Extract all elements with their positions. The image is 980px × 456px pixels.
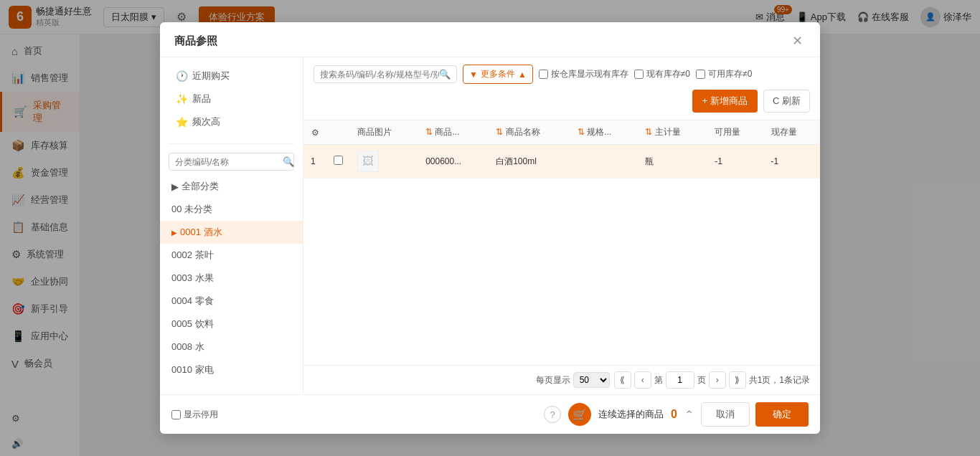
- sort-icon-unit: ⇅: [645, 127, 652, 137]
- last-page-button[interactable]: ⟫: [729, 371, 746, 389]
- td-check[interactable]: [326, 145, 350, 179]
- table-header-row: ⚙ 商品图片 ⇅ 商品... ⇅: [303, 120, 820, 145]
- modal-header: 商品参照 ✕: [160, 22, 820, 57]
- divider: [169, 143, 294, 144]
- category-tea[interactable]: 0002 茶叶: [160, 244, 303, 267]
- help-icon[interactable]: ?: [544, 406, 561, 423]
- category-liquor[interactable]: ▶ 0001 酒水: [160, 221, 303, 244]
- page-size-selector[interactable]: 每页显示 50 20 100: [536, 372, 610, 388]
- warehouse-checkbox[interactable]: [539, 70, 548, 79]
- add-product-button[interactable]: + 新增商品: [692, 90, 758, 113]
- category-all[interactable]: ▶ 全部分类: [160, 175, 303, 198]
- quick-access: 🕐 近期购买 ✨ 新品 ⭐ 频次高: [160, 65, 303, 139]
- quick-frequent[interactable]: ⭐ 频次高: [169, 110, 294, 133]
- checkbox-warehouse[interactable]: 按仓库显示现有库存: [539, 68, 628, 80]
- th-stock: 现存量: [764, 120, 820, 145]
- product-lookup-modal: 商品参照 ✕ 🕐 近期购买 ✨ 新品 ⭐ 频次高: [160, 22, 820, 434]
- modal-body: 🕐 近期购买 ✨ 新品 ⭐ 频次高 🔍: [160, 57, 820, 394]
- active-arrow-icon: ▶: [171, 229, 177, 237]
- category-snack[interactable]: 0004 零食: [160, 290, 303, 313]
- cart-area: ? 🛒 连续选择的商品 0 ⌃: [544, 403, 694, 426]
- modal-footer: 显示停用 ? 🛒 连续选择的商品 0 ⌃ 取消 确定: [160, 394, 820, 434]
- td-available: -1: [707, 145, 763, 179]
- table-row[interactable]: 1 🖼 000600... 白酒100ml: [303, 145, 820, 179]
- th-check: [326, 120, 350, 145]
- td-index: 1: [303, 145, 326, 179]
- total-records: 共1页，1条记录: [749, 374, 810, 386]
- td-unit: 瓶: [638, 145, 707, 179]
- refresh-button[interactable]: C 刷新: [763, 90, 810, 113]
- chevron-up-icon: ▲: [518, 70, 527, 80]
- td-spec: [570, 145, 638, 179]
- show-disabled-checkbox[interactable]: 显示停用: [171, 409, 218, 421]
- cancel-button[interactable]: 取消: [701, 402, 750, 427]
- cart-icon[interactable]: 🛒: [568, 403, 591, 426]
- category-fruit[interactable]: 0003 水果: [160, 267, 303, 290]
- checkbox-current-stock[interactable]: 现有库存≠0: [634, 68, 690, 80]
- page-number-input[interactable]: [666, 371, 694, 389]
- td-image: 🖼: [350, 145, 418, 179]
- quick-recent[interactable]: 🕐 近期购买: [169, 65, 294, 87]
- disabled-checkbox[interactable]: [171, 410, 181, 419]
- footer-actions: 取消 确定: [701, 402, 809, 427]
- category-appliance[interactable]: 0010 家电: [160, 358, 303, 381]
- th-settings[interactable]: ⚙: [303, 120, 326, 145]
- product-search-box[interactable]: 🔍: [314, 65, 457, 83]
- footer-left: 显示停用: [171, 409, 218, 421]
- sort-icon: ⇅: [425, 127, 433, 137]
- product-table: ⚙ 商品图片 ⇅ 商品... ⇅: [303, 120, 820, 179]
- th-spec[interactable]: ⇅ 规格...: [570, 120, 638, 145]
- prev-page-button[interactable]: ‹: [634, 371, 651, 389]
- th-unit[interactable]: ⇅ 主计量: [638, 120, 707, 145]
- category-list: ▶ 全部分类 00 未分类 ▶ 0001 酒水 0002 茶叶 0003 水果: [160, 175, 303, 387]
- td-name: 白酒100ml: [489, 145, 570, 179]
- confirm-button[interactable]: 确定: [755, 402, 809, 427]
- toolbar-right: + 新增商品 C 刷新: [692, 90, 810, 113]
- product-image: 🖼: [357, 151, 379, 172]
- td-code: 000600...: [418, 145, 489, 179]
- th-available: 可用量: [707, 120, 763, 145]
- modal-toolbar: 🔍 ▼ 更多条件 ▲ 按仓库显示现有库存 现有库存≠0: [303, 57, 820, 120]
- modal-left-panel: 🕐 近期购买 ✨ 新品 ⭐ 频次高 🔍: [160, 57, 303, 394]
- th-name[interactable]: ⇅ 商品名称: [489, 120, 570, 145]
- th-image: 商品图片: [350, 120, 418, 145]
- new-icon: ✨: [176, 93, 188, 105]
- category-search-box[interactable]: 🔍: [169, 153, 294, 171]
- th-code[interactable]: ⇅ 商品...: [418, 120, 489, 145]
- modal-close-button[interactable]: ✕: [788, 32, 806, 49]
- search-icon[interactable]: 🔍: [283, 156, 294, 167]
- cart-collapse-icon[interactable]: ⌃: [684, 408, 694, 422]
- product-table-wrapper: ⚙ 商品图片 ⇅ 商品... ⇅: [303, 120, 820, 365]
- modal-right-panel: 🔍 ▼ 更多条件 ▲ 按仓库显示现有库存 现有库存≠0: [303, 57, 820, 394]
- category-water[interactable]: 0008 水: [160, 336, 303, 358]
- checkbox-available-stock[interactable]: 可用库存≠0: [696, 68, 752, 80]
- sort-icon-name: ⇅: [496, 127, 503, 137]
- search-icon[interactable]: 🔍: [439, 69, 451, 80]
- category-search-input[interactable]: [175, 157, 283, 167]
- next-page-button[interactable]: ›: [709, 371, 726, 389]
- first-page-button[interactable]: ⟪: [614, 371, 631, 389]
- page-navigation: ⟪ ‹ 第 页 › ⟫ 共1页，1条记录: [614, 371, 810, 389]
- pagination: 每页显示 50 20 100 ⟪ ‹ 第 页 ›: [303, 365, 820, 394]
- clock-icon: 🕐: [176, 70, 188, 82]
- page-size-select[interactable]: 50 20 100: [573, 372, 610, 388]
- modal-overlay: 商品参照 ✕ 🕐 近期购买 ✨ 新品 ⭐ 频次高: [0, 0, 980, 456]
- filter-button[interactable]: ▼ 更多条件 ▲: [463, 65, 533, 84]
- category-unclassified[interactable]: 00 未分类: [160, 198, 303, 221]
- star-icon: ⭐: [176, 116, 188, 128]
- filter-icon: ▼: [469, 70, 478, 80]
- row-checkbox[interactable]: [334, 156, 343, 165]
- category-beverage[interactable]: 0005 饮料: [160, 313, 303, 336]
- sort-icon-spec: ⇅: [578, 127, 585, 137]
- quick-new[interactable]: ✨ 新品: [169, 87, 294, 110]
- modal-title: 商品参照: [174, 34, 217, 48]
- product-search-input[interactable]: [320, 70, 439, 80]
- available-stock-checkbox[interactable]: [696, 70, 705, 79]
- current-stock-checkbox[interactable]: [634, 70, 644, 79]
- arrow-right-icon: ▶: [171, 181, 179, 192]
- td-stock: -1: [764, 145, 820, 179]
